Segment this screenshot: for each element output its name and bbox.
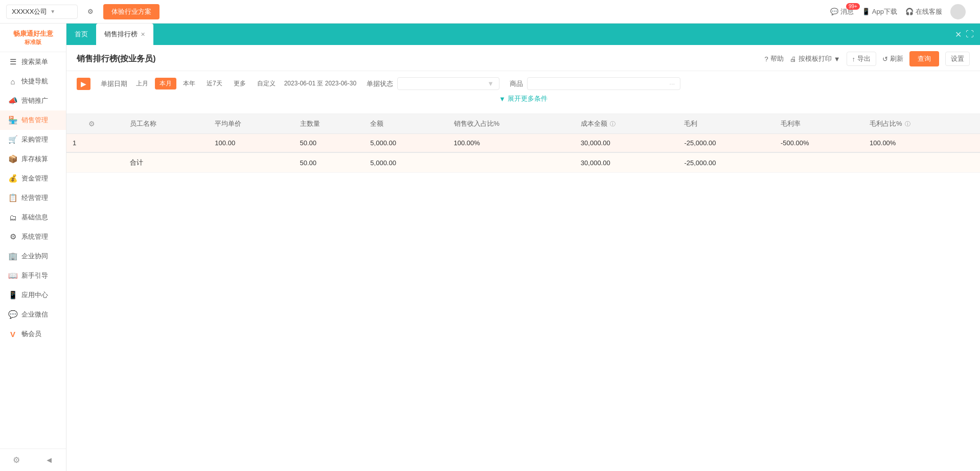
main-area: 畅康通好生意 标准版 ☰ 搜索菜单 ⌂ 快捷导航 📣 营销推广 🏪 销售管理 (0, 24, 980, 471)
company-selector[interactable]: XXXXX公司 ▼ (6, 5, 78, 19)
export-button[interactable]: ↑ 导出 (847, 52, 877, 66)
message-button[interactable]: 💬 消息 99+ (830, 7, 854, 16)
th-sales-ratio: 销售收入占比% (448, 114, 575, 134)
guide-icon: 📖 (8, 271, 17, 280)
sidebar-item-marketing[interactable]: 📣 营销推广 (0, 91, 66, 110)
content-area: 首页 销售排行榜 ✕ ✕ ⛶ 销售排行榜(按业务员) (66, 24, 980, 471)
status-filter-label: 单据状态 (367, 79, 393, 88)
sidebar-app-center-label: 应用中心 (21, 290, 48, 300)
footer-cost: 30,000.00 (575, 152, 678, 173)
tab-maximize-button[interactable]: ⛶ (966, 30, 974, 39)
tab-home[interactable]: 首页 (66, 24, 96, 45)
th-amount: 全额 (364, 114, 447, 134)
sidebar-operation-label: 经营管理 (21, 193, 48, 203)
online-service-button[interactable]: 🎧 在线客服 (905, 7, 942, 16)
app-download-label: App下载 (872, 7, 897, 16)
column-settings-icon[interactable]: ⚙ (88, 120, 95, 128)
cell-gross-ratio: 100.00% (863, 134, 980, 153)
sidebar-item-quick-nav[interactable]: ⌂ 快捷导航 (0, 72, 66, 91)
industry-solution-button[interactable]: 体验行业方案 (103, 4, 159, 19)
help-button[interactable]: ? 帮助 (764, 54, 783, 63)
goods-select[interactable]: ··· (527, 77, 680, 90)
refresh-icon: ↺ (882, 55, 888, 63)
help-icon: ? (764, 55, 768, 63)
logo-text: 畅康通好生意 标准版 (13, 30, 53, 46)
sidebar-item-enterprise[interactable]: 🏢 企业协同 (0, 246, 66, 266)
status-select[interactable]: ▼ (397, 77, 499, 90)
date-range-display: 2023-06-01 至 2023-06-30 (284, 79, 356, 88)
cell-gross-margin: -500.00% (774, 134, 863, 153)
print-icon: 🖨 (790, 55, 796, 63)
sidebar-item-app-center[interactable]: 📱 应用中心 (0, 285, 66, 305)
cell-quantity: 50.00 (294, 134, 364, 153)
user-avatar[interactable] (950, 4, 966, 19)
gross-ratio-info-icon[interactable]: ⓘ (905, 121, 910, 127)
sidebar-item-guide[interactable]: 📖 新手引导 (0, 266, 66, 285)
footer-amount: 5,000.00 (364, 152, 447, 173)
sidebar-item-inventory[interactable]: 📦 库存核算 (0, 149, 66, 169)
top-bar: XXXXX公司 ▼ ⚙ 体验行业方案 💬 消息 99+ 📱 App下载 🎧 在线… (0, 0, 980, 24)
th-gross-profit: 毛利 (678, 114, 774, 134)
page-title: 销售排行榜(按业务员) (77, 54, 156, 64)
template-print-button[interactable]: 🖨 按模板打印 ▼ (790, 54, 840, 63)
basic-info-icon: 🗂 (8, 213, 17, 222)
prev-month-btn[interactable]: 上月 (131, 78, 153, 89)
search-menu-icon: ☰ (8, 57, 17, 66)
sidebar-marketing-label: 营销推广 (21, 96, 48, 105)
system-icon: ⚙ (8, 232, 17, 241)
sidebar-collapse-button[interactable]: ◄ (41, 454, 57, 467)
tab-bar: 首页 销售排行榜 ✕ ✕ ⛶ (66, 24, 980, 45)
query-button[interactable]: 查询 (909, 51, 939, 66)
sidebar-item-purchase[interactable]: 🛒 采购管理 (0, 130, 66, 149)
table-container: ⚙ 员工名称 平均单价 主数量 全额 销售收入占比% 成本全额 ⓘ (66, 114, 980, 471)
footer-label: 合计 (124, 152, 209, 173)
current-year-btn[interactable]: 本年 (178, 78, 200, 89)
last-7days-btn[interactable]: 近7天 (202, 78, 227, 89)
topbar-settings-button[interactable]: ⚙ (83, 4, 98, 19)
wechat-icon: 💬 (8, 310, 17, 319)
top-right-actions: 💬 消息 99+ 📱 App下载 🎧 在线客服 (830, 4, 974, 19)
tab-close-window-button[interactable]: ✕ (955, 30, 962, 39)
th-employee: 员工名称 (124, 114, 209, 134)
sidebar-item-basic-info[interactable]: 🗂 基础信息 (0, 208, 66, 227)
footer-avg-price (209, 152, 293, 173)
table-row: 1 100.00 50.00 5,000.00 100.00% 30,000.0… (66, 134, 980, 153)
home-icon: ⌂ (8, 77, 17, 86)
sidebar-settings-button[interactable]: ⚙ (9, 453, 24, 467)
app-download-button[interactable]: 📱 App下载 (862, 7, 897, 16)
sidebar-item-sales[interactable]: 🏪 销售管理 (0, 110, 66, 130)
settings-button[interactable]: 设置 (945, 52, 970, 66)
tab-sales-rank[interactable]: 销售排行榜 ✕ (96, 24, 153, 45)
sidebar-item-operation[interactable]: 📋 经营管理 (0, 188, 66, 208)
tab-close-button[interactable]: ✕ (141, 31, 145, 38)
company-name: XXXXX公司 (12, 7, 47, 16)
filter-expand-more[interactable]: ▼ 展开更多条件 (77, 90, 970, 107)
online-service-label: 在线客服 (916, 7, 942, 16)
sidebar-item-member[interactable]: V 畅会员 (0, 324, 66, 344)
operation-icon: 📋 (8, 193, 17, 203)
sidebar-item-search[interactable]: ☰ 搜索菜单 (0, 52, 66, 72)
th-settings[interactable]: ⚙ (82, 114, 124, 134)
current-month-btn[interactable]: 本月 (155, 78, 176, 89)
cell-sales-ratio: 100.00% (448, 134, 575, 153)
refresh-button[interactable]: ↺ 刷新 (882, 54, 903, 63)
sales-icon: 🏪 (8, 116, 17, 125)
sidebar-item-wechat[interactable]: 💬 企业微信 (0, 305, 66, 324)
more-date-btn[interactable]: 更多 (229, 78, 250, 89)
sidebar-purchase-label: 采购管理 (21, 135, 48, 144)
goods-ellipsis-icon[interactable]: ··· (669, 80, 675, 87)
filter-expand-arrow[interactable]: ▶ (77, 78, 90, 90)
cost-info-icon[interactable]: ⓘ (610, 121, 616, 127)
custom-date-btn[interactable]: 自定义 (253, 78, 280, 89)
sidebar-item-finance[interactable]: 💰 资金管理 (0, 169, 66, 188)
status-chevron-icon: ▼ (487, 80, 494, 87)
sales-rank-tab-label: 销售排行榜 (104, 30, 138, 39)
footer-empty-1 (66, 152, 82, 173)
sidebar-item-system[interactable]: ⚙ 系统管理 (0, 227, 66, 246)
sidebar-enterprise-label: 企业协同 (21, 252, 48, 261)
cell-avg-price: 100.00 (209, 134, 293, 153)
table-header-row: ⚙ 员工名称 平均单价 主数量 全额 销售收入占比% 成本全额 ⓘ (66, 114, 980, 134)
sidebar-inventory-label: 库存核算 (21, 154, 48, 164)
sidebar-finance-label: 资金管理 (21, 174, 48, 183)
sidebar-guide-label: 新手引导 (21, 271, 48, 280)
